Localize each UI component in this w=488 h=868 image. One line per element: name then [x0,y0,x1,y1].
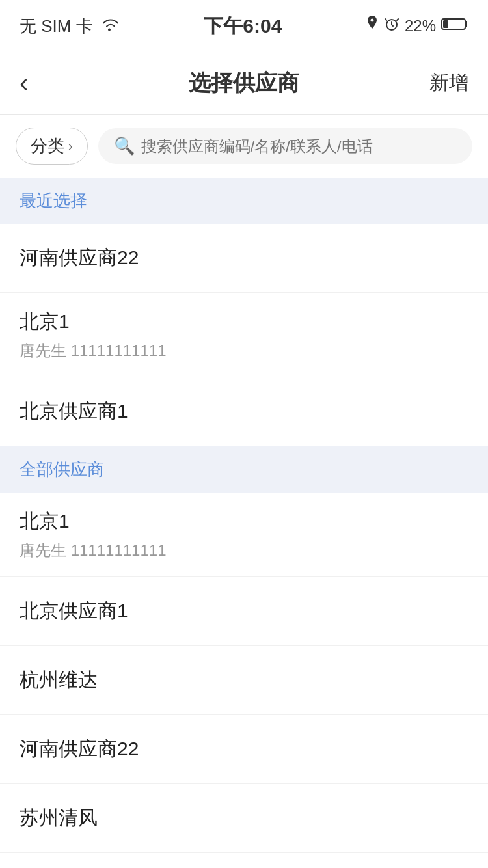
status-left: 无 SIM 卡 [20,15,120,38]
back-button[interactable]: ‹ [20,68,72,98]
list-item[interactable]: 河南供应商22 [0,224,488,293]
page-title: 选择供应商 [72,68,416,98]
item-name: 北京供应商1 [20,398,468,425]
battery-percent: 22% [405,17,436,35]
item-name: 北京供应商1 [20,598,468,625]
status-bar: 无 SIM 卡 下午6:04 22% [0,0,488,52]
category-label: 分类 [31,135,64,157]
list-item[interactable]: 北京供应商1 [0,377,488,446]
item-sub: 唐先生 11111111111 [20,540,468,561]
chevron-right-icon: › [68,139,73,154]
item-name: 北京1 [20,508,468,535]
item-name: 河南供应商22 [20,736,468,763]
list-item[interactable]: 河南供应商22 [0,715,488,784]
svg-rect-2 [443,20,448,28]
add-button[interactable]: 新增 [416,70,468,96]
carrier-text: 无 SIM 卡 [20,15,93,38]
location-icon [366,16,379,36]
status-time: 下午6:04 [204,13,282,40]
item-name: 苏州清风 [20,805,468,832]
item-name: 河南供应商22 [20,245,468,271]
list-item[interactable]: 北京供应商1 [0,577,488,646]
alarm-icon [384,16,400,36]
list-item[interactable]: 苏州清风 [0,784,488,853]
status-right: 22% [366,16,468,36]
recent-section-header: 最近选择 [0,178,488,224]
nav-bar: ‹ 选择供应商 新增 [0,52,488,115]
all-list: 北京1唐先生 11111111111北京供应商1杭州维达河南供应商22苏州清风 [0,493,488,853]
battery-icon [441,17,468,35]
search-input[interactable] [141,137,457,156]
item-name: 北京1 [20,308,468,335]
filter-bar: 分类 › 🔍 [0,115,488,178]
list-item[interactable]: 杭州维达 [0,646,488,715]
category-button[interactable]: 分类 › [16,128,88,165]
item-sub: 唐先生 11111111111 [20,340,468,361]
wifi-icon [101,16,120,36]
item-name: 杭州维达 [20,667,468,694]
list-item[interactable]: 北京1唐先生 11111111111 [0,293,488,377]
recent-list: 河南供应商22北京1唐先生 11111111111北京供应商1 [0,224,488,446]
search-box[interactable]: 🔍 [98,128,472,164]
list-item[interactable]: 北京1唐先生 11111111111 [0,493,488,577]
all-section-header: 全部供应商 [0,446,488,493]
search-icon: 🔍 [114,136,135,156]
